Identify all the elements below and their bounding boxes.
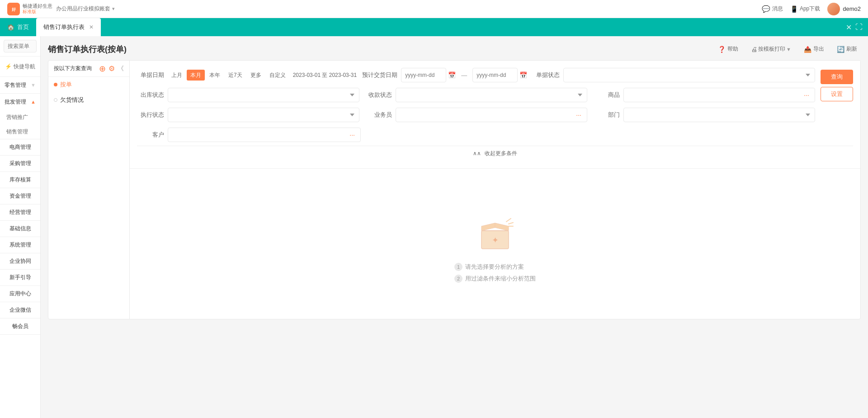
scheme-sidebar: 按以下方案查询 ⊕ ⚙ 《 按单 欠货情况	[48, 61, 130, 319]
home-icon: 🏠	[7, 24, 14, 31]
help-button[interactable]: ❓ 帮助	[714, 43, 742, 55]
top-bar-right: 💬 消息 📱 App下载 demo2	[762, 3, 861, 15]
sidebar-item-corp-wechat[interactable]: 企业微信	[0, 302, 40, 318]
logo-line2: 标准版	[23, 9, 52, 14]
app-download-button[interactable]: 📱 App下载	[790, 5, 820, 13]
tab-close-icon[interactable]: ✕	[89, 24, 94, 30]
predict-date-from-input[interactable]	[401, 68, 446, 82]
sidebar-item-inventory[interactable]: 库存核算	[0, 172, 40, 188]
predict-date-from-calendar-icon[interactable]: 📅	[448, 71, 456, 79]
goods-label: 商品	[593, 91, 620, 99]
main-panel: 单据日期 上月 本月 本年 近7天 更多 自定义	[130, 61, 860, 319]
filter-row-4: 客户 ···	[137, 128, 815, 142]
breadcrumb-arrow-icon[interactable]: ▾	[112, 6, 115, 12]
exec-status-select[interactable]	[168, 108, 359, 122]
tip-text-1: 请先选择要分析的方案	[465, 263, 524, 271]
status-select[interactable]	[563, 68, 815, 82]
customer-more-icon[interactable]: ···	[348, 131, 357, 138]
breadcrumb[interactable]: 办公用品行业模拟账套 ▾	[56, 5, 115, 13]
goods-input[interactable]	[627, 92, 802, 99]
empty-state: ✦ 1 请先选择要分析的方案 2	[130, 174, 860, 319]
page-title: 销售订单执行表(按单)	[48, 44, 127, 55]
period-cur-month-btn[interactable]: 本月	[187, 70, 205, 81]
sidebar-item-operations[interactable]: 经营管理	[0, 204, 40, 221]
page-header: 销售订单执行表(按单) ❓ 帮助 🖨 按模板打印 ▼ 📤 导出 🔄 刷新	[48, 43, 861, 55]
sidebar-item-purchase[interactable]: 采购管理	[0, 156, 40, 172]
tab-sales-exec[interactable]: 销售订单执行表 ✕	[36, 18, 101, 36]
sidebar-item-marketing[interactable]: 营销推广	[0, 110, 40, 124]
receipt-status-select[interactable]	[396, 88, 587, 102]
sidebar-item-ecommerce[interactable]: 电商管理	[0, 139, 40, 156]
message-button[interactable]: 💬 消息	[762, 5, 783, 13]
predict-date-to-group: 📅	[472, 68, 527, 82]
scheme-collapse-icon[interactable]: 《	[118, 65, 124, 73]
sidebar-item-basic-info[interactable]: 基础信息	[0, 221, 40, 237]
customer-input-wrapper: ···	[168, 128, 361, 142]
sidebar-item-sales[interactable]: 销售管理	[0, 124, 40, 139]
page-actions: ❓ 帮助 🖨 按模板打印 ▼ 📤 导出 🔄 刷新	[714, 43, 861, 55]
goods-more-icon[interactable]: ···	[802, 91, 811, 99]
sidebar-search-area	[0, 36, 40, 57]
export-button[interactable]: 📤 导出	[800, 43, 828, 55]
sidebar-item-newuser[interactable]: 新手引导	[0, 270, 40, 286]
tab-home-label: 首页	[17, 23, 29, 31]
app-download-label: App下载	[800, 5, 820, 13]
period-more-btn[interactable]: 更多	[247, 70, 265, 81]
scheme-add-icon[interactable]: ⊕	[99, 65, 106, 73]
print-arrow-icon: ▼	[786, 47, 791, 52]
sidebar-item-app-center[interactable]: 应用中心	[0, 286, 40, 302]
predict-date-separator: —	[459, 72, 469, 79]
date-filter-group: 单据日期 上月 本月 本年 近7天 更多 自定义	[137, 70, 357, 81]
scheme-header-icons: ⊕ ⚙ 《	[99, 64, 124, 73]
scheme-shortage-label: 欠货情况	[60, 96, 84, 104]
sidebar-item-retail[interactable]: 零售管理 ▼	[0, 77, 40, 93]
staff-group: 业务员 ···	[365, 108, 587, 122]
collapse-row[interactable]: ∧∧ 收起更多条件	[137, 146, 853, 161]
staff-input[interactable]	[400, 112, 574, 119]
print-button[interactable]: 🖨 按模板打印 ▼	[747, 43, 795, 55]
query-button[interactable]: 查询	[821, 70, 853, 84]
tab-home[interactable]: 🏠 首页	[0, 18, 36, 36]
tab-expand-icon[interactable]: ⛶	[855, 23, 863, 31]
period-custom-btn[interactable]: 自定义	[266, 70, 289, 81]
message-icon: 💬	[762, 5, 770, 13]
scheme-item-by-order[interactable]: 按单	[48, 77, 129, 92]
tab-bar-actions: ✕ ⛶	[846, 23, 868, 32]
refresh-button[interactable]: 🔄 刷新	[833, 43, 861, 55]
sidebar-item-member[interactable]: 畅会员	[0, 318, 40, 335]
set-button[interactable]: 设置	[821, 87, 853, 101]
predict-date-group: 预计交货日期 📅 — 📅	[362, 68, 527, 82]
dept-select[interactable]	[623, 108, 815, 122]
scheme-item-shortage[interactable]: 欠货情况	[48, 92, 129, 108]
staff-more-icon[interactable]: ···	[574, 111, 583, 119]
sidebar-item-finance[interactable]: 资金管理	[0, 188, 40, 204]
period-last-month-btn[interactable]: 上月	[168, 70, 186, 81]
customer-input[interactable]	[172, 132, 348, 138]
print-label: 按模板打印	[758, 45, 785, 53]
filter-area: 单据日期 上月 本月 本年 近7天 更多 自定义	[130, 61, 860, 169]
search-input[interactable]	[4, 40, 37, 52]
content-layout: 按以下方案查询 ⊕ ⚙ 《 按单 欠货情况	[48, 60, 861, 319]
tip-num-1: 1	[454, 263, 462, 271]
period-7days-btn[interactable]: 近7天	[225, 70, 246, 81]
predict-date-to-calendar-icon[interactable]: 📅	[519, 71, 527, 79]
main-content: 销售订单执行表(按单) ❓ 帮助 🖨 按模板打印 ▼ 📤 导出 🔄 刷新	[41, 36, 868, 418]
ship-status-select[interactable]	[168, 88, 359, 102]
tab-close-window-icon[interactable]: ✕	[846, 23, 852, 32]
filter-fields: 单据日期 上月 本月 本年 近7天 更多 自定义	[137, 68, 815, 146]
sidebar-item-wholesale[interactable]: 批发管理 ▲	[0, 94, 40, 110]
receipt-status-label: 收款状态	[365, 91, 392, 99]
page-container: 销售订单执行表(按单) ❓ 帮助 🖨 按模板打印 ▼ 📤 导出 🔄 刷新	[41, 36, 868, 327]
sidebar-item-corp-collab[interactable]: 企业协同	[0, 253, 40, 270]
user-area[interactable]: demo2	[827, 3, 861, 15]
sidebar-item-system[interactable]: 系统管理	[0, 237, 40, 253]
predict-date-to-input[interactable]	[472, 68, 518, 82]
empty-tip-2: 2 用过滤条件来缩小分析范围	[454, 275, 536, 283]
refresh-label: 刷新	[846, 45, 857, 53]
sidebar-item-quick-nav[interactable]: ⚡ 快捷导航	[0, 59, 40, 74]
breadcrumb-text: 办公用品行业模拟账套	[56, 5, 110, 13]
svg-line-8	[509, 223, 513, 224]
scheme-settings-icon[interactable]: ⚙	[108, 64, 115, 73]
period-cur-year-btn[interactable]: 本年	[206, 70, 224, 81]
scheme-dot-icon	[54, 83, 57, 86]
